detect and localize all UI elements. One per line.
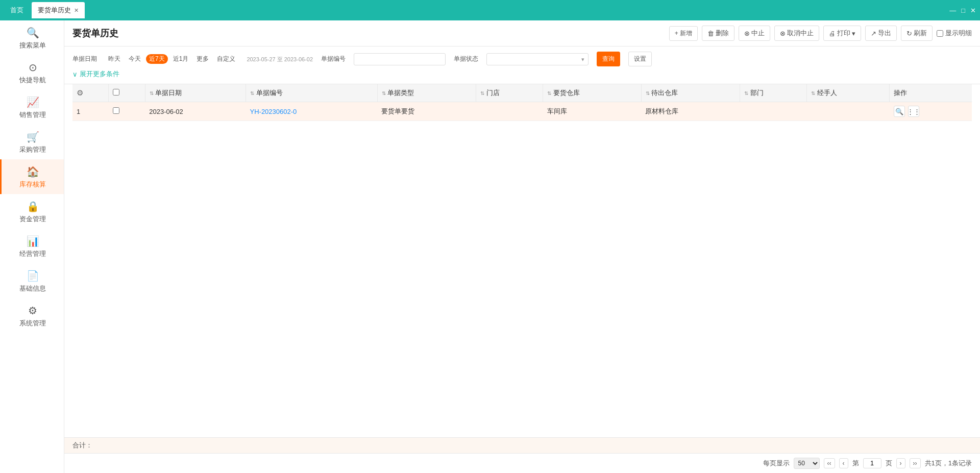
select-all-checkbox[interactable] [113,89,119,96]
print-label: 打印 [837,29,850,38]
dept-sort-icon[interactable]: ⇅ [744,90,748,96]
sidebar: 🔍 搜索菜单 ⊙ 快捷导航 📈 销售管理 🛒 采购管理 🏠 库存核算 🔒 资金管… [0,20,64,473]
row-checkbox[interactable] [113,107,119,114]
date-chip-more[interactable]: 更多 [193,54,212,64]
date-sort-icon[interactable]: ⇅ [150,90,154,96]
maximize-icon[interactable]: □ [961,7,965,14]
page-size-label: 每页显示 [763,459,790,468]
cancel-stop-label: 取消中止 [787,29,814,38]
handler-sort-icon[interactable]: ⇅ [811,90,815,96]
top-bar: 首页 要货单历史 ✕ — □ ✕ [0,0,980,20]
cell-checkbox[interactable] [109,102,145,121]
date-chip-1month[interactable]: 近1月 [170,54,192,64]
store-sort-icon[interactable]: ⇅ [480,90,484,96]
pending-warehouse-sort-icon[interactable]: ⇅ [646,90,650,96]
req-warehouse-sort-icon[interactable]: ⇅ [547,90,551,96]
cancel-stop-icon: ⊗ [780,30,786,37]
tab-close-icon[interactable]: ✕ [74,7,79,14]
sidebar-item-system[interactable]: ⚙ 系统管理 [0,298,64,333]
page-number-input[interactable] [863,458,881,468]
footer-total-bar: 合计： [64,437,980,453]
data-table: ⚙ ⇅ 单据日期 ⇅ 单据编号 ⇅ 单据类型 ⇅ 门店 ⇅ 要货仓库 ⇅ 待出仓… [72,84,972,121]
last-page-button[interactable]: ›› [910,458,921,468]
col-billno-header: ⇅ 单据编号 [246,84,378,102]
refresh-label: 刷新 [914,29,927,38]
sidebar-item-sales[interactable]: 📈 销售管理 [0,90,64,125]
cell-req-warehouse: 车间库 [543,102,642,121]
status-select[interactable] [486,53,589,65]
cell-billno: YH-20230602-0 [246,102,378,121]
col-req-warehouse-header: ⇅ 要货仓库 [543,84,642,102]
col-handler-header: ⇅ 经手人 [807,84,890,102]
sidebar-item-finance[interactable]: 🔒 资金管理 [0,194,64,229]
print-arrow-icon: ▾ [852,30,855,37]
refresh-icon: ↻ [906,30,912,37]
window-close-icon[interactable]: ✕ [970,7,976,14]
export-icon: ↗ [871,30,876,37]
settings-gear-icon[interactable]: ⚙ [77,88,83,97]
export-button[interactable]: ↗ 导出 [865,26,897,41]
settings-button[interactable]: 设置 [628,52,652,66]
next-page-button[interactable]: › [896,458,905,468]
col-settings[interactable]: ⚙ [72,84,109,102]
sidebar-item-sales-label: 销售管理 [19,110,46,120]
billno-link[interactable]: YH-20230602-0 [250,108,297,115]
expand-icon: ∨ [72,70,78,78]
export-label: 导出 [878,29,891,38]
date-chip-7days[interactable]: 近7天 [146,54,168,64]
status-select-wrapper [486,53,589,65]
date-chip-today[interactable]: 今天 [126,54,144,64]
print-button[interactable]: 🖨 打印 ▾ [823,26,861,41]
tab-yaohuodan[interactable]: 要货单历史 ✕ [32,2,85,18]
tab-yaohuodan-label: 要货单历史 [38,6,71,15]
page-label-after: 页 [886,459,892,468]
billno-sort-icon[interactable]: ⇅ [250,90,254,96]
window-controls: — □ ✕ [949,7,976,14]
expand-more-row[interactable]: ∨ 展开更多条件 [72,69,972,79]
billno-input[interactable] [354,53,446,65]
sidebar-item-shortcut[interactable]: ⊙ 快捷导航 [0,55,64,90]
shortcut-icon: ⊙ [29,61,37,74]
display-detail-checkbox[interactable] [937,30,943,37]
table-header: ⚙ ⇅ 单据日期 ⇅ 单据编号 ⇅ 单据类型 ⇅ 门店 ⇅ 要货仓库 ⇅ 待出仓… [72,84,972,102]
sidebar-item-search[interactable]: 🔍 搜索菜单 [0,20,64,55]
sidebar-item-purchase[interactable]: 🛒 采购管理 [0,125,64,159]
col-dept-header: ⇅ 部门 [740,84,807,102]
row-edit-button[interactable]: ⋮⋮ [908,106,919,117]
delete-button[interactable]: 🗑 删除 [702,26,734,41]
stop-button[interactable]: ⊗ 中止 [739,26,770,41]
tab-home[interactable]: 首页 [4,2,30,18]
sidebar-item-operation[interactable]: 📊 经营管理 [0,229,64,264]
sidebar-item-inventory[interactable]: 🏠 库存核算 [0,159,64,194]
cell-billtype: 要货单要货 [377,102,476,121]
filter-row-1: 单据日期 昨天 今天 近7天 近1月 更多 自定义 2023-05-27 至 2… [72,52,972,66]
minimize-icon[interactable]: — [949,7,956,14]
inventory-icon: 🏠 [27,165,39,178]
date-chip-custom[interactable]: 自定义 [214,54,238,64]
display-detail-checkbox-container[interactable]: 显示明细 [937,29,972,38]
pagination-bar: 每页显示 10 20 50 100 ‹‹ ‹ 第 页 › ›› 共1页，1条记录 [64,453,980,473]
billtype-sort-icon[interactable]: ⇅ [382,90,386,96]
date-filter-label: 单据日期 [72,55,97,63]
page-size-select[interactable]: 10 20 50 100 [794,458,820,469]
cancel-stop-button[interactable]: ⊗ 取消中止 [774,26,819,41]
date-chips: 昨天 今天 近7天 近1月 更多 自定义 [105,54,238,64]
col-action-header: 操作 [889,84,972,102]
col-billtype-header: ⇅ 单据类型 [377,84,476,102]
cell-store [476,102,543,121]
first-page-button[interactable]: ‹‹ [824,458,835,468]
main-layout: 🔍 搜索菜单 ⊙ 快捷导航 📈 销售管理 🛒 采购管理 🏠 库存核算 🔒 资金管… [0,20,980,473]
row-view-button[interactable]: 🔍 [894,106,905,117]
display-detail-label: 显示明细 [945,29,972,38]
prev-page-button[interactable]: ‹ [839,458,848,468]
date-range-text: 2023-05-27 至 2023-06-02 [247,56,313,63]
col-date-header: ⇅ 单据日期 [145,84,246,102]
sidebar-item-inventory-label: 库存核算 [19,180,46,189]
refresh-button[interactable]: ↻ 刷新 [901,26,933,41]
sidebar-item-operation-label: 经营管理 [19,249,46,258]
col-checkbox[interactable] [109,84,145,102]
new-button[interactable]: + 新增 [669,26,698,41]
date-chip-yesterday[interactable]: 昨天 [105,54,124,64]
query-button[interactable]: 查询 [597,52,620,66]
sidebar-item-basic[interactable]: 📄 基础信息 [0,264,64,298]
